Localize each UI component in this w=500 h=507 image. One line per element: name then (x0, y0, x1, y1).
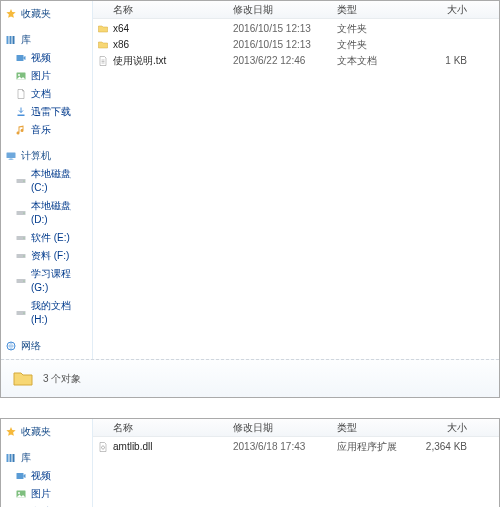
drive-d[interactable]: 本地磁盘 (D:) (5, 197, 90, 229)
column-header-row: 名称 修改日期 类型 大小 (93, 1, 499, 19)
drive-c[interactable]: 本地磁盘 (C:) (5, 165, 90, 197)
svg-point-21 (24, 313, 25, 314)
svg-point-17 (24, 256, 25, 257)
file-type: 应用程序扩展 (337, 439, 417, 455)
label: 视频 (31, 469, 51, 483)
label: 音乐 (31, 123, 51, 137)
sidebar-item-videos[interactable]: 视频 (5, 49, 90, 67)
picture-icon (15, 488, 27, 500)
main-pane: 名称 修改日期 类型 大小 x64 2016/10/15 12:13 文件夹 (93, 1, 499, 171)
favorites-header[interactable]: 收藏夹 (5, 5, 90, 23)
explorer-window-1: 收藏夹 库 视频 图片 文档 (0, 0, 500, 398)
column-date[interactable]: 修改日期 (233, 421, 337, 435)
folder-icon (97, 23, 109, 35)
svg-point-13 (24, 213, 25, 214)
sidebar-item-documents[interactable]: 文档 (5, 503, 90, 507)
svg-rect-9 (9, 160, 14, 161)
file-row[interactable]: x86 2016/10/15 12:13 文件夹 (93, 37, 499, 53)
txt-file-icon (97, 55, 109, 67)
drive-icon (15, 175, 27, 187)
label: 图片 (31, 69, 51, 83)
file-type: 文件夹 (337, 37, 417, 53)
file-date: 2016/10/15 12:13 (233, 21, 337, 37)
favorites-label: 收藏夹 (21, 425, 51, 439)
label: 资料 (F:) (31, 249, 69, 263)
libraries-icon (5, 34, 17, 46)
svg-rect-25 (13, 454, 15, 462)
sidebar-item-music[interactable]: 音乐 (5, 121, 90, 139)
file-row[interactable]: x64 2016/10/15 12:13 文件夹 (93, 21, 499, 37)
libraries-header[interactable]: 库 (5, 31, 90, 49)
file-row[interactable]: 使用说明.txt 2013/6/22 12:46 文本文档 1 KB (93, 53, 499, 69)
star-icon (5, 8, 17, 20)
favorites-header[interactable]: 收藏夹 (5, 423, 90, 441)
column-size[interactable]: 大小 (417, 421, 477, 435)
file-name: x64 (113, 21, 129, 37)
label: 图片 (31, 487, 51, 501)
file-date: 2016/10/15 12:13 (233, 37, 337, 53)
svg-point-5 (18, 74, 20, 76)
file-type: 文本文档 (337, 53, 417, 69)
svg-rect-24 (10, 454, 12, 462)
libraries-header[interactable]: 库 (5, 449, 90, 467)
sidebar-item-pictures[interactable]: 图片 (5, 67, 90, 85)
label: 软件 (E:) (31, 231, 70, 245)
column-name[interactable]: 名称 (93, 421, 233, 435)
column-size[interactable]: 大小 (417, 3, 477, 17)
svg-rect-1 (10, 36, 12, 44)
libraries-label: 库 (21, 451, 31, 465)
svg-point-15 (24, 238, 25, 239)
svg-point-11 (24, 181, 25, 182)
libraries-label: 库 (21, 33, 31, 47)
column-header-row: 名称 修改日期 类型 大小 (93, 419, 499, 437)
column-type[interactable]: 类型 (337, 3, 417, 17)
picture-icon (15, 70, 27, 82)
folder-large-icon (11, 367, 35, 391)
favorites-label: 收藏夹 (21, 7, 51, 21)
sidebar-item-pictures[interactable]: 图片 (5, 485, 90, 503)
network-header[interactable]: 网络 (5, 337, 90, 355)
drive-icon (15, 275, 27, 287)
folder-icon (97, 39, 109, 51)
drive-g[interactable]: 学习课程 (G:) (5, 265, 90, 297)
sidebar-item-videos[interactable]: 视频 (5, 467, 90, 485)
file-size: 1 KB (417, 53, 477, 69)
column-date[interactable]: 修改日期 (233, 3, 337, 17)
label: 学习课程 (G:) (31, 267, 90, 295)
video-icon (15, 52, 27, 64)
svg-rect-2 (13, 36, 15, 44)
svg-rect-7 (7, 153, 16, 159)
file-name: x86 (113, 37, 129, 53)
sidebar-item-documents[interactable]: 文档 (5, 85, 90, 103)
drive-h[interactable]: 我的文档 (H:) (5, 297, 90, 329)
sidebar-item-downloads[interactable]: 迅雷下载 (5, 103, 90, 121)
svg-rect-6 (18, 115, 25, 117)
file-size: 2,364 KB (417, 439, 477, 455)
computer-label: 计算机 (21, 149, 51, 163)
download-icon (15, 106, 27, 118)
file-name: 使用说明.txt (113, 53, 166, 69)
file-date: 2013/6/18 17:43 (233, 439, 337, 455)
drive-e[interactable]: 软件 (E:) (5, 229, 90, 247)
file-date: 2013/6/22 12:46 (233, 53, 337, 69)
file-name: amtlib.dll (113, 439, 152, 455)
svg-rect-23 (7, 454, 9, 462)
column-name[interactable]: 名称 (93, 3, 233, 17)
dll-file-icon (97, 441, 109, 453)
file-list: amtlib.dll 2013/6/18 17:43 应用程序扩展 2,364 … (93, 437, 499, 507)
svg-point-19 (24, 281, 25, 282)
drive-icon (15, 250, 27, 262)
status-bar: 3 个对象 (1, 359, 499, 397)
file-type: 文件夹 (337, 21, 417, 37)
network-label: 网络 (21, 339, 41, 353)
drive-f[interactable]: 资料 (F:) (5, 247, 90, 265)
drive-icon (15, 307, 27, 319)
drive-icon (15, 232, 27, 244)
column-type[interactable]: 类型 (337, 421, 417, 435)
svg-rect-26 (17, 473, 24, 479)
file-row[interactable]: amtlib.dll 2013/6/18 17:43 应用程序扩展 2,364 … (93, 439, 499, 455)
documents-icon (15, 88, 27, 100)
svg-rect-0 (7, 36, 9, 44)
computer-header[interactable]: 计算机 (5, 147, 90, 165)
label: 迅雷下载 (31, 105, 71, 119)
